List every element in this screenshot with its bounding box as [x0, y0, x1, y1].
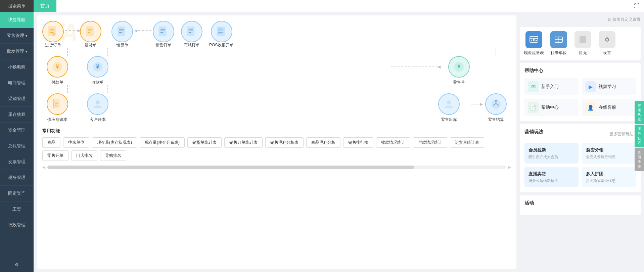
- sidebar-item-admin[interactable]: 行政管理: [0, 217, 34, 233]
- customize-label: 首页自定义设置: [612, 17, 641, 22]
- payment-slip-label: 付款单: [51, 80, 63, 85]
- pos-icon: [211, 21, 232, 42]
- common-function-button[interactable]: 商品毛利分析: [306, 137, 340, 148]
- activities-section: 活动: [520, 195, 641, 215]
- supplier-ledger-label: 供应商账本: [47, 117, 67, 123]
- svg-point-35: [96, 100, 100, 104]
- fullscreen-button[interactable]: ⛶: [632, 1, 641, 11]
- help-item-helpcenter[interactable]: 📄 帮助中心: [524, 99, 579, 116]
- svg-rect-43: [536, 40, 537, 41]
- flow-node-sales-slip[interactable]: 销货单: [111, 21, 133, 48]
- customize-settings-link[interactable]: ⚙ 首页自定义设置: [520, 15, 641, 24]
- help-item-online-support[interactable]: 👤 在线客服: [582, 99, 636, 116]
- marketing-title: 营销玩法: [524, 129, 543, 135]
- svg-text:¥: ¥: [458, 64, 461, 70]
- retail-settlement-label: 零售结算: [488, 117, 504, 123]
- none-label: 暂无: [579, 50, 587, 56]
- quick-icon-settings[interactable]: 设置: [598, 31, 616, 56]
- home-tab[interactable]: 首页: [34, 0, 56, 12]
- sidebar-item-purchase[interactable]: 采购管理: [0, 91, 34, 107]
- marketing-item-livestream[interactable]: 直播卖货 场景式购物新玩法: [524, 167, 579, 187]
- search-menu[interactable]: 搜索菜单: [0, 0, 34, 12]
- retail-settlement-icon: ¥: [485, 93, 507, 115]
- svg-rect-21: [218, 28, 223, 31]
- retail-outbound-icon: [438, 93, 460, 115]
- quick-icon-cashflow[interactable]: 现金流量表: [524, 31, 544, 56]
- common-function-button[interactable]: 现存量(库存状况表): [92, 137, 137, 148]
- sidebar-item-tax[interactable]: 税务管理: [0, 170, 34, 186]
- common-function-button[interactable]: 销售订单统计表: [224, 137, 263, 148]
- common-function-button[interactable]: 收款情况统计: [376, 137, 410, 148]
- svg-rect-8: [118, 27, 125, 36]
- retail-outbound-label: 零售出库: [441, 117, 457, 123]
- sidebar-item-label: 资金管理: [8, 127, 26, 133]
- more-marketing-link[interactable]: 更多营销玩法 ›: [609, 131, 636, 137]
- cashflow-label: 现金流量表: [524, 50, 544, 56]
- common-function-button[interactable]: 付款情况统计: [413, 137, 447, 148]
- helpcenter-label: 帮助中心: [541, 104, 559, 110]
- sidebar-item-inventory[interactable]: 库存核算: [0, 107, 34, 123]
- common-functions-title: 常用功能: [42, 128, 511, 134]
- flow-node-purchase-slip[interactable]: 进货单: [80, 21, 101, 48]
- common-function-button[interactable]: 现存量(库存分布表): [140, 137, 185, 148]
- helpcenter-icon: 📄: [528, 102, 539, 113]
- search-menu-label: 搜索菜单: [8, 3, 26, 9]
- flow-node-mall-order[interactable]: 商城订单: [181, 21, 202, 48]
- sidebar-item-assets[interactable]: 固定资产: [0, 186, 34, 201]
- sidebar-item-label: 小畅电商: [8, 64, 26, 70]
- beginner-icon: ✉: [528, 81, 539, 92]
- horizontal-scrollbar[interactable]: ◀ ▶: [42, 165, 511, 170]
- svg-rect-16: [187, 27, 194, 36]
- common-function-button[interactable]: 销售毛利分析表: [265, 137, 304, 148]
- help-item-beginner[interactable]: ✉ 新手入门: [524, 78, 579, 95]
- customer-ledger-icon: [87, 93, 108, 115]
- svg-rect-0: [48, 27, 56, 36]
- common-function-button[interactable]: 商品: [42, 137, 60, 148]
- sidebar-item-label: 行政管理: [8, 222, 26, 228]
- gear-icon: ⚙: [607, 17, 611, 22]
- common-function-button[interactable]: 导购排名: [100, 150, 126, 161]
- online-support-label: 在线客服: [599, 104, 616, 110]
- sidebar-item-wholesale[interactable]: 批发管理 ▾: [0, 44, 34, 59]
- sidebar-item-label: 电商管理: [8, 80, 26, 86]
- marketing-item-fission[interactable]: 裂变分销 裂变式发展分销商: [582, 143, 636, 164]
- units-label: 往来单位: [551, 50, 567, 56]
- flow-node-purchase-order[interactable]: 进货订单: [42, 21, 64, 48]
- sidebar-item-invoice[interactable]: 发票管理: [0, 154, 34, 170]
- float-btn-community[interactable]: 服务社区: [635, 125, 644, 147]
- flow-node-sales-order[interactable]: 销售订单: [153, 21, 174, 48]
- sidebar-item-finance[interactable]: 资金管理: [0, 123, 34, 138]
- sidebar-settings[interactable]: ⚙: [0, 258, 34, 272]
- gear-icon: ⚙: [15, 262, 19, 267]
- sidebar-item-label: 工资: [12, 206, 21, 212]
- marketing-section: 营销玩法 更多营销玩法 › 会员拉新 吸引用户成为会员 裂变分销 裂变式发展分销…: [520, 124, 641, 192]
- common-function-button[interactable]: 零售开单: [42, 150, 68, 161]
- sidebar-item-ledger[interactable]: 总账管理: [0, 138, 34, 154]
- marketing-item-membership[interactable]: 会员拉新 吸引用户成为会员: [524, 143, 579, 164]
- common-function-button[interactable]: 门店排名: [71, 150, 97, 161]
- common-function-button[interactable]: 进货单统计表: [450, 137, 484, 148]
- sidebar-item-ecommerce-small[interactable]: 小畅电商: [0, 59, 34, 75]
- help-item-video[interactable]: ▶ 视频学习: [582, 78, 636, 95]
- flow-node-pos[interactable]: POS收银开单: [209, 21, 234, 48]
- float-btn-desktop[interactable]: 桌面快捷: [635, 148, 644, 171]
- marketing-item-groupbuy[interactable]: 多人拼团 拼团购物享受优惠: [582, 167, 636, 187]
- beginner-label: 新手入门: [541, 84, 559, 90]
- svg-text:¥: ¥: [56, 64, 59, 70]
- sidebar-item-quicknav[interactable]: 快捷导航: [0, 12, 34, 28]
- cashflow-icon: [525, 31, 542, 48]
- scroll-right-arrow[interactable]: ▶: [508, 165, 511, 170]
- sales-slip-icon: [111, 21, 133, 42]
- sidebar-item-salary[interactable]: 工资: [0, 201, 34, 217]
- groupbuy-title: 多人拼团: [586, 171, 632, 177]
- common-function-button[interactable]: 销货单统计表: [187, 137, 222, 148]
- common-function-button[interactable]: 销售排行榜: [343, 137, 373, 148]
- float-btn-hotline[interactable]: 客服热线: [635, 101, 644, 124]
- scroll-left-arrow[interactable]: ◀: [42, 165, 45, 170]
- mall-order-label: 商城订单: [184, 42, 200, 48]
- sidebar-item-retail[interactable]: 零售管理 ▾: [0, 28, 34, 44]
- quick-icon-units[interactable]: 往来单位: [549, 31, 568, 56]
- online-support-icon: 👤: [585, 102, 596, 113]
- sidebar-item-ecommerce[interactable]: 电商管理: [0, 75, 34, 91]
- common-function-button[interactable]: 往来单位: [63, 137, 89, 148]
